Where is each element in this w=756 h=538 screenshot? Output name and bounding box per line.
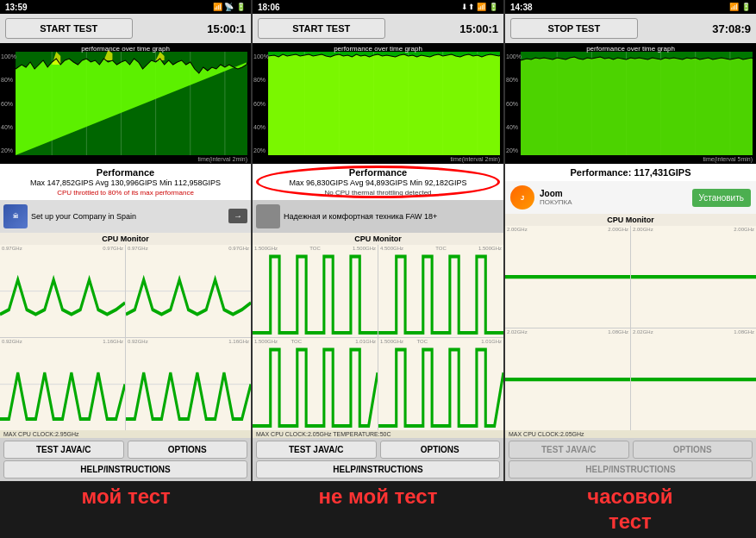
- ad-banner-2[interactable]: Надежная и комфортная техника FAW 18+: [253, 200, 503, 233]
- svg-marker-38: [521, 57, 753, 155]
- help-btn-2[interactable]: HELP/INSTRUCTIONS: [256, 460, 500, 479]
- perf-title-2: Performance: [258, 167, 498, 178]
- options-btn-2[interactable]: OPTIONS: [380, 441, 501, 459]
- cpu-monitor-label-1: CPU Monitor: [0, 233, 251, 245]
- cpu-grid-3: 2.00GHz 2.00GHz 2.00GHz 2.00GHz 2.02GHz …: [505, 226, 756, 430]
- phone-3: 14:38 📶 🔋 STOP TEST 37:08:9 performance …: [505, 0, 756, 481]
- y-axis-2: 100% 80% 60% 40% 20%: [253, 52, 269, 155]
- action-row-1: START TEST 15:00:1: [0, 14, 251, 43]
- performance-graph-3: [505, 43, 756, 164]
- bottom-bar-1: TEST JAVA/C OPTIONS HELP/INSTRUCTIONS: [0, 438, 251, 481]
- svg-marker-26: [268, 54, 500, 155]
- status-icons-1: 📶 📡 🔋: [213, 3, 246, 11]
- bottom-row-1a: TEST JAVA/C OPTIONS: [3, 441, 247, 459]
- status-time-2: 18:06: [258, 3, 280, 12]
- help-btn-3[interactable]: HELP/INSTRUCTIONS: [509, 460, 753, 479]
- help-btn-1[interactable]: HELP/INSTRUCTIONS: [3, 460, 247, 479]
- time-interval-2: time(interval 2min): [450, 156, 500, 162]
- graph-label-1: performance over time graph: [0, 45, 251, 53]
- joom-sub: ПОКУПКА: [540, 198, 687, 206]
- timer-3: 37:08:9: [643, 22, 752, 35]
- bottom-row-3b: HELP/INSTRUCTIONS: [509, 460, 753, 479]
- cpu-cell-2-4: 1.500GHz TOC 1.01GHz: [378, 338, 503, 430]
- phone-2: 18:06 ⬇⬆ 📶 🔋 START TEST 15:00:1 performa…: [253, 0, 505, 481]
- phones-container: 13:59 📶 📡 🔋 START TEST 15:00:1 performan…: [0, 0, 756, 481]
- max-cpu-1: MAX CPU CLOCK:2.95GHz: [0, 430, 251, 438]
- bottom-row-2b: HELP/INSTRUCTIONS: [256, 460, 500, 479]
- caption-3: часовой тест: [504, 485, 756, 535]
- cpu-monitor-label-3: CPU Monitor: [505, 214, 756, 226]
- graph-area-3: performance over time graph 100% 80% 60%…: [505, 43, 756, 164]
- bottom-bar-3: TEST JAVA/C OPTIONS HELP/INSTRUCTIONS: [505, 438, 756, 481]
- graph-label-2: performance over time graph: [253, 45, 503, 53]
- perf-section-2: Performance Max 96,830GIPS Avg 94,893GIP…: [253, 164, 503, 200]
- ad-text-1: Set up your Company in Spain: [31, 212, 225, 221]
- options-btn-3[interactable]: OPTIONS: [633, 441, 753, 459]
- time-interval-3: time(interval 5min): [703, 156, 753, 162]
- ad-text-2: Надежная и комфортная техника FAW 18+: [284, 212, 500, 221]
- status-icons-2: ⬇⬆ 📶 🔋: [461, 3, 498, 11]
- performance-graph-1: [0, 43, 251, 164]
- options-btn-1[interactable]: OPTIONS: [128, 441, 248, 459]
- ad-icon-2: [256, 204, 280, 228]
- time-interval-1: time(interval 2min): [197, 156, 247, 162]
- install-btn[interactable]: Установить: [692, 189, 752, 207]
- ad-banner-1[interactable]: 🏛 Set up your Company in Spain →: [0, 200, 251, 233]
- action-row-2: START TEST 15:00:1: [253, 14, 503, 43]
- y-axis-3: 100% 80% 60% 40% 20%: [505, 52, 522, 155]
- bottom-row-3a: TEST JAVA/C OPTIONS: [509, 441, 753, 459]
- cpu-cell-3-3: 2.02GHz 1.08GHz: [505, 328, 630, 430]
- start-test-btn-1[interactable]: START TEST: [5, 18, 133, 39]
- joom-logo: J: [510, 185, 534, 210]
- timer-1: 15:00:1: [138, 22, 247, 35]
- perf-stats-1: Max 147,852GIPS Avg 130,996GIPS Min 112,…: [5, 178, 246, 189]
- action-row-3: STOP TEST 37:08:9: [505, 14, 756, 43]
- perf-title-1: Performance: [5, 167, 246, 178]
- test-java-btn-3[interactable]: TEST JAVA/C: [509, 441, 629, 459]
- status-bar-2: 18:06 ⬇⬆ 📶 🔋: [253, 0, 503, 14]
- cpu-cell-1-1: 0.97GHz 0.97GHz: [0, 245, 125, 337]
- status-time-3: 14:38: [510, 3, 533, 12]
- perf-section-1: Performance Max 147,852GIPS Avg 130,996G…: [0, 164, 251, 200]
- max-cpu-2: MAX CPU CLOCK:2.05GHz TEMPERATURE:50C: [253, 430, 503, 438]
- joom-info: Joom ПОКУПКА: [540, 189, 687, 206]
- status-bar-1: 13:59 📶 📡 🔋: [0, 0, 251, 14]
- ad-icon-1: 🏛: [3, 204, 28, 228]
- perf-stats-2: Max 96,830GIPS Avg 94,893GIPS Min 92,182…: [258, 178, 498, 189]
- throttle-note-1: CPU throttled to 80% of its max performa…: [5, 189, 246, 197]
- status-bar-3: 14:38 📶 🔋: [505, 0, 756, 14]
- perf-section-3: Performance: 117,431GIPS: [505, 164, 756, 181]
- ad-arrow-1[interactable]: →: [228, 209, 247, 223]
- status-time-1: 13:59: [5, 3, 28, 12]
- max-cpu-3: MAX CPU CLOCK:2.05GHz: [505, 430, 756, 438]
- cpu-grid-1: 0.97GHz 0.97GHz 0.97GHz 0.97GHz 0.92GH: [0, 245, 251, 431]
- cpu-grid-2: 1.500GHz TOC 1.500GHz 4.500GHz TOC 1.500…: [253, 245, 503, 431]
- joom-name: Joom: [540, 189, 687, 198]
- performance-graph-2: [253, 43, 503, 164]
- perf-title-3: Performance: 117,431GIPS: [510, 167, 751, 178]
- cpu-monitor-label-2: CPU Monitor: [253, 233, 503, 245]
- stop-test-btn-3[interactable]: STOP TEST: [510, 18, 638, 39]
- test-java-btn-2[interactable]: TEST JAVA/C: [256, 441, 377, 459]
- bottom-bar-2: TEST JAVA/C OPTIONS HELP/INSTRUCTIONS: [253, 438, 503, 481]
- test-java-btn-1[interactable]: TEST JAVA/C: [3, 441, 124, 459]
- cpu-cell-1-3: 0.92GHz 1.16GHz: [0, 338, 125, 430]
- cpu-cell-3-4: 2.02GHz 1.08GHz: [631, 328, 756, 430]
- perf-note-2: No CPU thermal throttling detected: [258, 189, 498, 197]
- cpu-cell-2-1: 1.500GHz TOC 1.500GHz: [253, 245, 378, 337]
- cpu-cell-2-3: 1.500GHz TOC 1.01GHz: [253, 338, 378, 430]
- joom-banner-3[interactable]: J Joom ПОКУПКА Установить: [505, 181, 756, 214]
- bottom-row-1b: HELP/INSTRUCTIONS: [3, 460, 247, 479]
- graph-area-1: performance over time graph 100% 80% 60%…: [0, 43, 251, 164]
- cpu-cell-3-2: 2.00GHz 2.00GHz: [631, 226, 756, 328]
- status-icons-3: 📶 🔋: [729, 3, 751, 11]
- cpu-cell-3-1: 2.00GHz 2.00GHz: [505, 226, 630, 328]
- cpu-cell-1-4: 0.92GHz 1.16GHz: [126, 338, 251, 430]
- start-test-btn-2[interactable]: START TEST: [258, 18, 385, 39]
- caption-row: мой тест не мой тест часовой тест: [0, 481, 756, 538]
- y-axis-1: 100% 80% 60% 40% 20%: [0, 52, 16, 155]
- cpu-cell-1-2: 0.97GHz 0.97GHz: [126, 245, 251, 337]
- perf-section-2-wrapper: Performance Max 96,830GIPS Avg 94,893GIP…: [253, 164, 503, 200]
- caption-2: не мой тест: [252, 485, 503, 535]
- graph-area-2: performance over time graph 100% 80% 60%…: [253, 43, 503, 164]
